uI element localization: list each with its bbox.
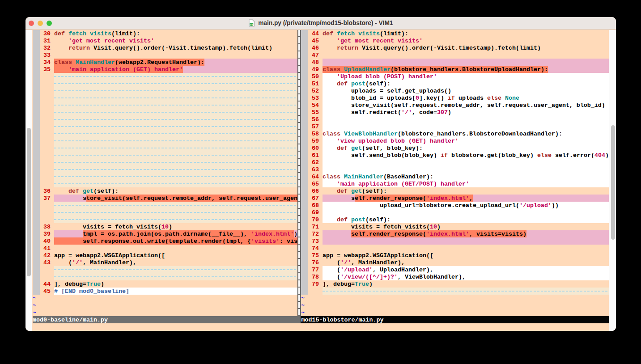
svg-text:PY: PY [250, 23, 253, 26]
